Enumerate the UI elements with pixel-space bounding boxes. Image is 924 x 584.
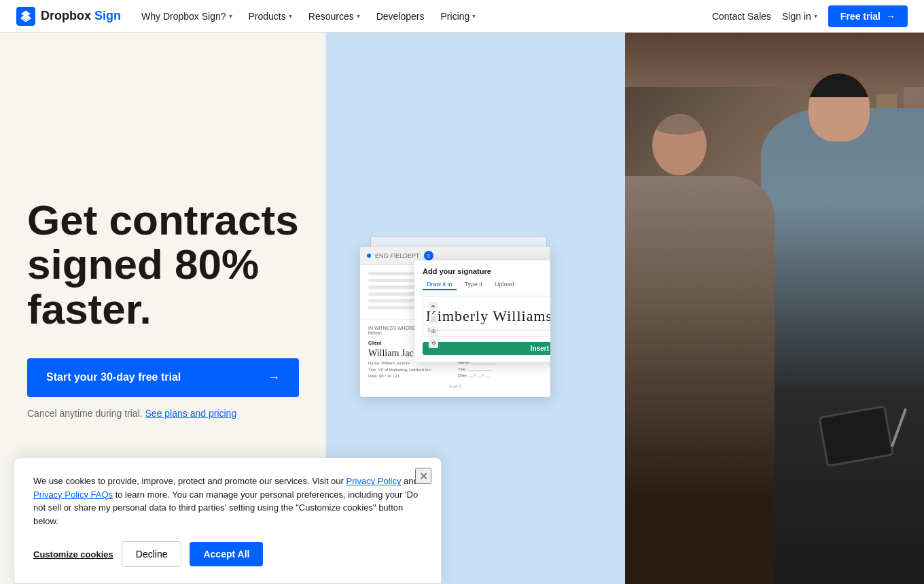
free-trial-arrow-icon: → xyxy=(886,11,895,22)
sig-tools: ✏ ⬜ ◎ ⟲ xyxy=(429,302,438,348)
cookie-message-prefix: We use cookies to provide, improve, prot… xyxy=(33,476,344,486)
sig-tool-color[interactable]: ⬜ xyxy=(429,314,438,324)
photo-person-right xyxy=(761,108,924,584)
hero-right-panel xyxy=(625,33,924,584)
free-trial-label: Free trial xyxy=(840,11,881,22)
nav-resources-label: Resources xyxy=(308,11,354,22)
photo-background xyxy=(625,33,924,584)
nav-products-label: Products xyxy=(249,11,286,22)
nav-pricing-chevron-icon: ▾ xyxy=(472,12,476,20)
doc-consultant-fields: Name: ___________ Title: ___________ Dat… xyxy=(458,360,542,379)
doc-client-fields: Name: William Jackson Title: VP of Marke… xyxy=(368,360,452,380)
doc-breadcrumb: ENG-FIELDEPT xyxy=(375,252,420,259)
main-document: ENG-FIELDEPT 3 Add your signature xyxy=(360,247,550,397)
nav-pricing-label: Pricing xyxy=(441,11,470,22)
doc-number-badge: 3 xyxy=(424,251,433,260)
decline-cookies-button[interactable]: Decline xyxy=(122,541,182,567)
accept-all-cookies-button[interactable]: Accept All xyxy=(190,542,263,566)
sig-insert-button[interactable]: Insert xyxy=(423,342,550,355)
nav-resources-chevron-icon: ▾ xyxy=(357,12,360,20)
logo-text: Dropbox Sign xyxy=(41,9,121,23)
signature-handwriting: Kimberly Williams xyxy=(426,307,550,325)
cookie-banner: ✕ We use cookies to provide, improve, pr… xyxy=(14,458,442,584)
nav-left: Dropbox Sign Why Dropbox Sign? ▾ Product… xyxy=(16,0,482,33)
sig-tab-row: Draw it in Type it Upload xyxy=(423,279,550,290)
sig-tool-clear[interactable]: ⟲ xyxy=(429,339,438,348)
nav-why-chevron-icon: ▾ xyxy=(229,12,232,20)
nav-developers-label: Developers xyxy=(376,11,425,22)
free-trial-nav-button[interactable]: Free trial → xyxy=(828,5,908,27)
contact-sales-button[interactable]: Contact Sales xyxy=(712,11,771,22)
nav-right: Contact Sales Sign in ▾ Free trial → xyxy=(712,5,908,27)
nav-item-why[interactable]: Why Dropbox Sign? ▾ xyxy=(135,0,239,33)
dropbox-logo-icon xyxy=(16,7,35,26)
nav-item-products[interactable]: Products ▾ xyxy=(242,0,299,33)
sig-tool-pen[interactable]: ✏ xyxy=(429,302,438,311)
navigation: Dropbox Sign Why Dropbox Sign? ▾ Product… xyxy=(0,0,924,33)
signature-mock: ENG-FIELDEPT 3 Add your signature xyxy=(360,247,591,397)
nav-why-label: Why Dropbox Sign? xyxy=(141,11,226,22)
sig-tab-draw[interactable]: Draw it in xyxy=(423,279,457,290)
sign-in-label: Sign in xyxy=(782,11,811,22)
hero-photo xyxy=(625,33,924,584)
sig-tab-type[interactable]: Type it xyxy=(461,279,487,290)
see-plans-link[interactable]: See plans and pricing xyxy=(145,408,237,419)
logo[interactable]: Dropbox Sign xyxy=(16,7,121,26)
photo-person-left-head xyxy=(652,114,707,175)
cta-label: Start your 30-day free trial xyxy=(46,371,181,383)
privacy-faqs-link[interactable]: Privacy Policy FAQs xyxy=(33,489,113,500)
sig-tab-upload[interactable]: Upload xyxy=(491,279,518,290)
sig-panel-title: Add your signature xyxy=(423,267,550,275)
cancel-text: Cancel anytime during trial. See plans a… xyxy=(27,408,299,419)
cookie-buttons: Customize cookies Decline Accept All xyxy=(33,541,422,567)
doc-indicator-dot xyxy=(367,254,371,258)
privacy-policy-link[interactable]: Privacy Policy xyxy=(346,476,402,486)
cta-free-trial-button[interactable]: Start your 30-day free trial → xyxy=(27,358,299,397)
nav-item-resources[interactable]: Resources ▾ xyxy=(302,0,367,33)
photo-person-right-hair xyxy=(808,73,870,97)
sig-x-mark: x xyxy=(427,326,431,333)
nav-products-chevron-icon: ▾ xyxy=(289,12,292,20)
nav-item-pricing[interactable]: Pricing ▾ xyxy=(434,0,483,33)
sign-in-button[interactable]: Sign in ▾ xyxy=(782,11,817,22)
cancel-prefix: Cancel anytime during trial. xyxy=(27,408,143,419)
sign-in-chevron-icon: ▾ xyxy=(814,12,817,20)
doc-page-indicator: 4 of 5 xyxy=(368,384,542,389)
hero-headline: Get contracts signed 80% faster. xyxy=(27,198,299,330)
photo-ceiling xyxy=(625,33,924,87)
cookie-close-button[interactable]: ✕ xyxy=(415,468,431,484)
nav-item-developers[interactable]: Developers xyxy=(370,0,431,33)
signature-drawing-area[interactable]: ✏ ⬜ ◎ ⟲ Kimberly Williams x xyxy=(423,296,550,337)
signature-panel: Add your signature Draw it in Type it Up… xyxy=(414,260,550,362)
sig-baseline xyxy=(434,330,550,330)
photo-person-right-head xyxy=(808,73,870,141)
photo-person-left xyxy=(625,176,775,584)
cookie-message: We use cookies to provide, improve, prot… xyxy=(33,475,422,528)
cta-arrow-icon: → xyxy=(268,371,280,385)
photo-person-left-hair xyxy=(652,114,707,135)
customize-cookies-button[interactable]: Customize cookies xyxy=(33,549,113,560)
